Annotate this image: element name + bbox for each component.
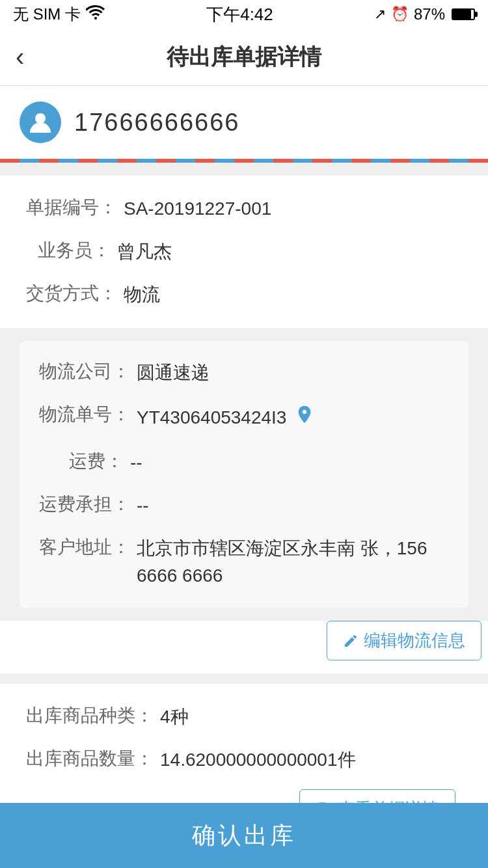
svg-point-0 [35, 113, 46, 124]
tracking-row: 物流单号： YT43064053424I3 [39, 402, 449, 433]
goods-category-value: 4种 [160, 703, 462, 731]
dashed-divider [0, 159, 488, 163]
battery-text: 87% [414, 5, 445, 23]
address-value: 北京市市辖区海淀区永丰南 张，156 6666 6666 [137, 535, 449, 590]
freight-row: 运费： -- [39, 449, 449, 476]
edit-icon [343, 633, 359, 649]
confirm-outbound-label: 确认出库 [192, 820, 296, 852]
logistics-section: 物流公司： 圆通速递 物流单号： YT43064053424I3 运费： -- … [20, 341, 468, 608]
goods-category-label: 出库商品种类： [26, 703, 154, 728]
section-separator [0, 673, 488, 684]
logistics-company-value: 圆通速递 [137, 359, 449, 387]
back-button[interactable]: ‹ [16, 42, 24, 72]
logistics-company-row: 物流公司： 圆通速递 [39, 359, 449, 387]
nav-bar: ‹ 待出库单据详情 [0, 29, 488, 86]
order-info-section: 单据编号： SA-20191227-001 业务员： 曾凡杰 交货方式： 物流 [0, 176, 488, 328]
status-bar: 无 SIM 卡 下午4:42 ↗ ⏰ 87% [0, 0, 488, 29]
tracking-label: 物流单号： [39, 402, 130, 427]
salesman-value: 曾凡杰 [117, 238, 462, 265]
tracking-value-container: YT43064053424I3 [137, 402, 449, 433]
delivery-value: 物流 [124, 281, 462, 308]
goods-quantity-label: 出库商品数量： [26, 746, 154, 771]
location-pin-icon[interactable] [294, 402, 315, 433]
user-phone: 17666666666 [74, 109, 239, 137]
status-left: 无 SIM 卡 [13, 4, 105, 25]
status-time: 下午4:42 [206, 3, 273, 26]
order-number-label: 单据编号： [26, 195, 117, 220]
delivery-row: 交货方式： 物流 [26, 281, 462, 308]
logistics-company-label: 物流公司： [39, 359, 130, 384]
goods-category-row: 出库商品种类： 4种 [26, 703, 462, 731]
freight-label: 运费： [39, 449, 124, 474]
alarm-icon: ⏰ [391, 6, 409, 23]
goods-quantity-row: 出库商品数量： 14.620000000000001件 [26, 746, 462, 774]
carrier-text: 无 SIM 卡 [13, 4, 81, 25]
edit-logistics-button[interactable]: 编辑物流信息 [327, 621, 481, 660]
tracking-number: YT43064053424I3 [137, 404, 286, 431]
goods-quantity-value: 14.620000000000001件 [160, 746, 462, 774]
address-label: 客户地址： [39, 535, 130, 560]
user-header: 17666666666 [0, 86, 488, 159]
freight-bear-value: -- [137, 492, 449, 519]
order-number-value: SA-20191227-001 [124, 195, 462, 223]
confirm-outbound-button[interactable]: 确认出库 [0, 803, 488, 868]
delivery-label: 交货方式： [26, 281, 117, 306]
salesman-label: 业务员： [26, 238, 111, 263]
salesman-row: 业务员： 曾凡杰 [26, 238, 462, 265]
address-row: 客户地址： 北京市市辖区海淀区永丰南 张，156 6666 6666 [39, 535, 449, 590]
edit-logistics-label: 编辑物流信息 [364, 629, 465, 652]
wifi-icon [86, 5, 105, 23]
status-right: ↗ ⏰ 87% [374, 5, 475, 23]
user-avatar [20, 102, 61, 143]
order-number-row: 单据编号： SA-20191227-001 [26, 195, 462, 223]
page-title: 待出库单据详情 [167, 42, 321, 72]
location-icon: ↗ [374, 6, 386, 23]
edit-btn-row: 编辑物流信息 [0, 621, 488, 660]
battery-icon [452, 8, 475, 20]
freight-value: -- [130, 449, 449, 476]
freight-bear-row: 运费承担： -- [39, 492, 449, 519]
freight-bear-label: 运费承担： [39, 492, 130, 517]
